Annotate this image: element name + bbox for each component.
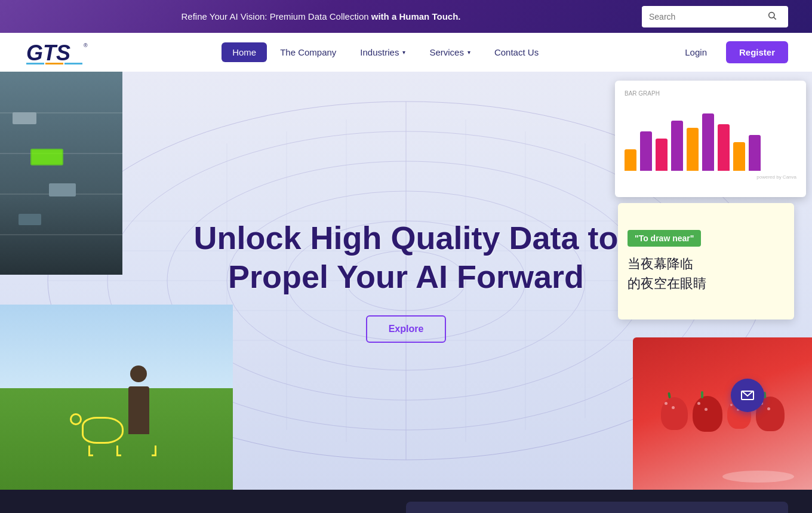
logo-svg: GTS ® [24, 39, 96, 66]
nav-item-contact[interactable]: Contact Us [484, 42, 549, 62]
nav-links: Home The Company Industries ▾ Services ▾… [222, 42, 549, 62]
strawberries-image [633, 337, 812, 490]
search-button[interactable] [761, 6, 783, 27]
svg-line-1 [774, 17, 776, 20]
top-banner: Refine Your AI Vision: Premium Data Coll… [0, 0, 812, 33]
svg-point-0 [769, 12, 774, 17]
chart-bar [640, 131, 652, 171]
chart-bar [702, 113, 714, 171]
hero-content: Unlock High Quality Data to Propel Your … [193, 219, 618, 343]
chart-bar [718, 124, 730, 171]
search-icon [767, 11, 777, 20]
chart-card: BAR GRAPH [615, 81, 806, 197]
translation-card: "To draw near" 当夜幕降临的夜空在眼睛 [618, 203, 794, 320]
login-button[interactable]: Login [675, 42, 716, 62]
hero-section: BAR GRAPH [0, 72, 812, 490]
banner-bold-text: with a Human Touch. [371, 11, 461, 21]
svg-rect-6 [64, 63, 82, 64]
email-icon [740, 388, 755, 403]
preview-card [406, 502, 788, 513]
chart-bar [671, 121, 683, 171]
chart-bar [687, 128, 699, 171]
svg-rect-5 [45, 63, 63, 64]
chart-footer: powered by Canva [625, 174, 796, 180]
register-button[interactable]: Register [726, 41, 788, 63]
industries-chevron-icon: ▾ [402, 49, 405, 56]
nav-item-services[interactable]: Services ▾ [419, 42, 481, 62]
search-container [642, 6, 788, 27]
hero-title-line1: Unlock High Quality Data to [193, 220, 618, 256]
nav-actions: Login Register [675, 41, 788, 63]
svg-text:GTS: GTS [26, 41, 70, 65]
banner-normal-text: Refine Your AI Vision: Premium Data Coll… [182, 11, 371, 21]
chart-bar [656, 139, 668, 171]
hero-title: Unlock High Quality Data to Propel Your … [193, 219, 618, 296]
navbar: GTS ® Home The Company Industries ▾ Serv… [0, 33, 812, 72]
bottom-strip [0, 490, 812, 513]
svg-rect-4 [26, 63, 44, 64]
search-input[interactable] [642, 7, 761, 26]
nav-item-company[interactable]: The Company [269, 42, 347, 62]
chart-bar [625, 149, 636, 171]
traffic-image [0, 72, 122, 275]
svg-text:®: ® [84, 42, 88, 48]
translation-english: "To draw near" [628, 230, 701, 247]
logo[interactable]: GTS ® [24, 39, 96, 66]
nav-item-industries[interactable]: Industries ▾ [349, 42, 416, 62]
nav-item-home[interactable]: Home [222, 42, 267, 62]
chart-bar [733, 142, 745, 171]
chart-label: BAR GRAPH [625, 90, 796, 97]
explore-button[interactable]: Explore [366, 315, 447, 343]
float-email-button[interactable] [731, 379, 764, 412]
chart-bars-container [625, 102, 796, 173]
hero-title-line2: Propel Your AI Forward [228, 259, 584, 294]
services-chevron-icon: ▾ [467, 49, 470, 56]
banner-text: Refine Your AI Vision: Premium Data Coll… [182, 11, 461, 21]
translation-chinese: 当夜幕降临的夜空在眼睛 [628, 254, 785, 293]
chart-bar [749, 135, 761, 171]
